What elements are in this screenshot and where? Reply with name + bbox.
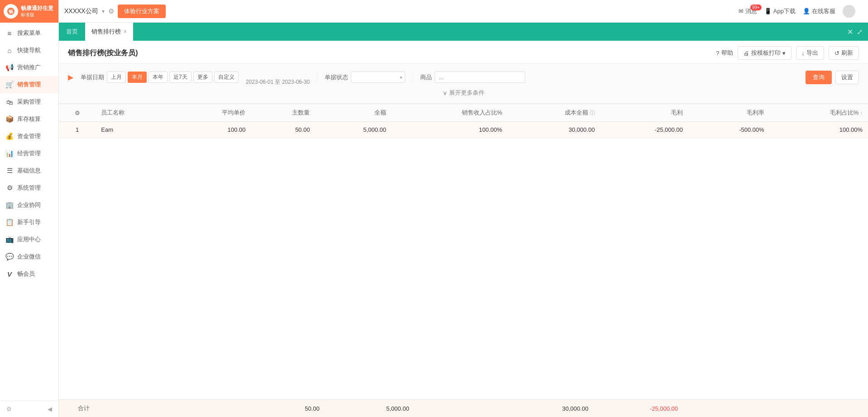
message-badge: 99+ (750, 5, 762, 10)
page-title: 销售排行榜(按业务员) (68, 48, 138, 58)
date-btn-prev-month[interactable]: 上月 (107, 72, 126, 83)
export-button[interactable]: ↓ 导出 (796, 46, 825, 60)
col-sales-pct: 销售收入占比% (392, 104, 508, 122)
sidebar-item-member[interactable]: V 畅会员 (0, 265, 58, 283)
tab-active-label: 销售排行榜 (91, 28, 121, 36)
status-select[interactable] (351, 72, 405, 83)
table-row: 1 Eam 100.00 50.00 5,000.00 100.00% 30,0… (59, 122, 868, 138)
sidebar-item-finance[interactable]: 💰 资金管理 (0, 128, 58, 145)
tab-home-label: 首页 (66, 28, 78, 36)
date-btn-7days[interactable]: 近7天 (169, 72, 192, 83)
tab-maximize-icon[interactable]: ⤢ (857, 28, 863, 36)
refresh-button[interactable]: ↺ 刷新 (829, 46, 859, 60)
finance-icon: 💰 (5, 132, 14, 140)
avatar[interactable] (843, 5, 855, 18)
footer-cell-rate (683, 405, 773, 412)
cell-rank: 1 (59, 122, 96, 138)
sidebar-item-label: 新手引导 (17, 218, 41, 226)
sidebar-collapse-icon[interactable]: ◀ (48, 406, 52, 412)
print-template-button[interactable]: 🖨 按模板打印 ▾ (738, 46, 791, 60)
service-icon: 👤 (803, 8, 810, 14)
page-content: 销售排行榜(按业务员) ? 帮助 🖨 按模板打印 ▾ ↓ 导出 ↺ 刷新 (59, 41, 868, 417)
footer-label: 合计 (64, 404, 146, 412)
sidebar-item-sales[interactable]: 🛒 销售管理 (0, 76, 58, 93)
sidebar-bottom: ⚙ ◀ (0, 401, 58, 417)
filter-collapse-icon[interactable]: ▶ (68, 73, 73, 81)
cell-gross-rate: -500.00% (688, 122, 770, 138)
export-icon: ↓ (802, 50, 805, 57)
logo-icon: 畅 (4, 4, 18, 19)
footer-cell-pct (415, 405, 504, 412)
expand-more-button[interactable]: ∨ 展开更多条件 (443, 89, 484, 97)
sidebar-item-inventory[interactable]: 📦 库存核算 (0, 110, 58, 128)
print-icon: 🖨 (743, 50, 749, 57)
cell-avg-price: 100.00 (173, 122, 251, 138)
tab-close-icon[interactable]: × (124, 29, 127, 35)
cell-gross: -25,000.00 (600, 122, 688, 138)
col-gross-pct: 毛利占比% ↕ (770, 104, 868, 122)
footer-cell-qty: 50.00 (235, 405, 325, 412)
sidebar-item-label: 系统管理 (17, 184, 41, 192)
product-label: 商品 (420, 73, 432, 81)
enterprise-icon: 🏢 (5, 201, 14, 209)
newuser-icon: 📋 (5, 218, 14, 226)
sidebar-item-system[interactable]: ⚙ 系统管理 (0, 179, 58, 197)
inventory-icon: 📦 (5, 115, 14, 123)
col-cost: 成本全额 ⓘ (508, 104, 600, 122)
tab-close-window-icon[interactable]: ✕ (847, 28, 853, 36)
tab-right-actions: ✕ ⤢ (847, 28, 868, 36)
date-btn-custom[interactable]: 自定义 (214, 72, 239, 83)
sidebar-item-search[interactable]: ≡ 搜索菜单 (0, 24, 58, 42)
system-icon: ⚙ (5, 184, 14, 192)
date-btn-current-month[interactable]: 本月 (128, 72, 147, 83)
message-icon: ✉ (739, 8, 743, 14)
footer-cell-amount: 5,000.00 (325, 405, 415, 412)
page-actions: ? 帮助 🖨 按模板打印 ▾ ↓ 导出 ↺ 刷新 (716, 46, 859, 60)
company-name: XXXXX公司 (64, 7, 98, 15)
cell-amount: 5,000.00 (315, 122, 391, 138)
app-download-label: App下载 (773, 7, 796, 15)
svg-text:畅: 畅 (9, 9, 13, 14)
tab-home[interactable]: 首页 (59, 23, 85, 41)
status-label: 单据状态 (325, 73, 348, 81)
gross-pct-sort-icon[interactable]: ↕ (860, 110, 863, 115)
app-download-button[interactable]: 📱 App下载 (764, 7, 796, 15)
sidebar-item-basic[interactable]: ☰ 基础信息 (0, 162, 58, 179)
sidebar-item-quick-nav[interactable]: ⌂ 快捷导航 (0, 42, 58, 59)
sidebar-item-operation[interactable]: 📊 经营管理 (0, 145, 58, 162)
query-button[interactable]: 查询 (806, 71, 832, 84)
col-avg-price: 平均单价 (173, 104, 251, 122)
online-service-button[interactable]: 👤 在线客服 (803, 7, 835, 15)
sidebar-item-wechat[interactable]: 💬 企业微信 (0, 248, 58, 265)
footer-cell-avg (146, 405, 235, 412)
cost-info-icon[interactable]: ⓘ (590, 110, 595, 115)
sidebar-item-marketing[interactable]: 📢 营销推广 (0, 59, 58, 76)
company-settings-icon[interactable]: ⚙ (108, 7, 114, 15)
sales-icon: 🛒 (5, 81, 14, 89)
sidebar-item-newuser[interactable]: 📋 新手引导 (0, 214, 58, 231)
download-icon: 📱 (764, 8, 772, 14)
sidebar-item-purchase[interactable]: 🛍 采购管理 (0, 93, 58, 110)
sidebar-nav: ≡ 搜索菜单 ⌂ 快捷导航 📢 营销推广 🛒 销售管理 🛍 采购管理 📦 库存核… (0, 23, 58, 401)
date-btn-current-year[interactable]: 本年 (149, 72, 168, 83)
trial-button[interactable]: 体验行业方案 (118, 5, 166, 18)
tab-sales-rank[interactable]: 销售排行榜 × (85, 23, 133, 41)
col-gross-rate: 毛利率 (688, 104, 770, 122)
main-area: XXXXX公司 ▾ ⚙ 体验行业方案 ✉ 消息 99+ 📱 App下载 👤 在线… (59, 0, 868, 417)
footer-cell-cost: 30,000.00 (504, 405, 594, 412)
sidebar-settings-icon[interactable]: ⚙ (6, 406, 12, 412)
sidebar-item-enterprise[interactable]: 🏢 企业协同 (0, 197, 58, 214)
sidebar-item-label: 快捷导航 (17, 46, 41, 54)
date-btn-more[interactable]: 更多 (193, 72, 212, 83)
message-button[interactable]: ✉ 消息 99+ (739, 7, 757, 15)
col-settings[interactable]: ⚙ (59, 104, 96, 122)
product-input[interactable] (435, 72, 525, 83)
marketing-icon: 📢 (5, 63, 14, 72)
app-logo: 畅 畅康通好生意 标准版 (0, 0, 58, 23)
company-dropdown-arrow[interactable]: ▾ (102, 8, 105, 14)
sidebar-item-apps[interactable]: 📺 应用中心 (0, 231, 58, 248)
sidebar-item-label: 企业微信 (17, 253, 41, 261)
settings-button[interactable]: 设置 (835, 71, 859, 84)
table-area: ⚙ 员工名称 平均单价 主数量 全额 销售收入占比% 成本全额 ⓘ 毛利 毛利率… (59, 104, 868, 399)
help-button[interactable]: ? 帮助 (716, 49, 733, 57)
